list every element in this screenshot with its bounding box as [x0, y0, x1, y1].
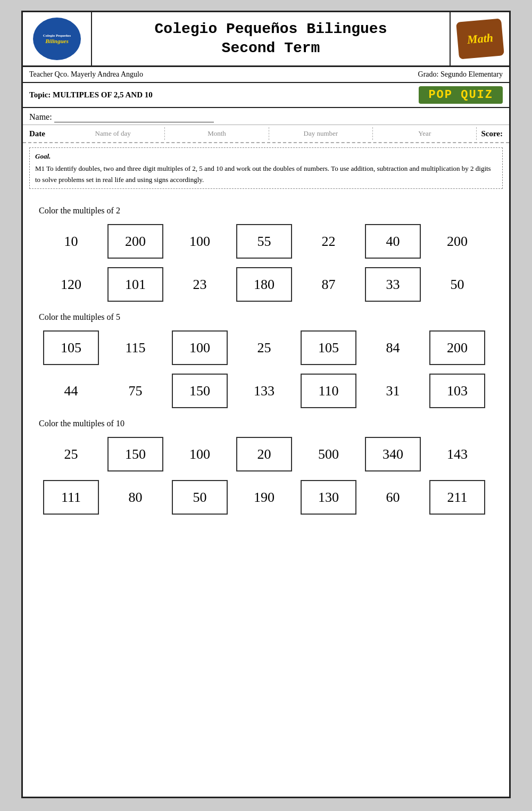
num-340: 340: [365, 437, 421, 471]
name-label: Name:: [29, 112, 52, 121]
num-190: 190: [236, 480, 292, 515]
date-row: Date Name of day Month Day number Year S…: [23, 125, 509, 143]
section-title-5: Color the multiples of 5: [39, 312, 493, 322]
num-120: 120: [43, 267, 99, 302]
date-label: Date: [29, 129, 61, 138]
num-50b: 50: [172, 480, 228, 515]
school-logo: Colegio Pequeños Bilingues: [23, 12, 92, 65]
num-101: 101: [107, 267, 163, 302]
num-105a: 105: [43, 330, 99, 365]
num-23: 23: [172, 267, 228, 302]
num-180: 180: [236, 267, 292, 302]
num-25b: 25: [43, 437, 99, 471]
multiples-2-row-2: 120 101 23 180 87 33 50: [39, 264, 493, 305]
num-100c: 100: [172, 437, 228, 471]
section-multiples-10: Color the multiples of 10 25 150 100 20 …: [39, 419, 493, 518]
num-50a: 50: [429, 267, 485, 302]
content: Color the multiples of 2 10 200 100 55 2…: [23, 193, 509, 525]
num-200c: 200: [429, 330, 485, 365]
num-87: 87: [301, 267, 356, 302]
num-100a: 100: [172, 224, 228, 259]
pop-quiz-badge: POP QUIZ: [419, 86, 503, 104]
num-25a: 25: [236, 330, 292, 365]
logo-top-text: Colegio Pequeños: [43, 34, 71, 38]
num-33: 33: [365, 267, 421, 302]
section-title-10: Color the multiples of 10: [39, 419, 493, 428]
num-40: 40: [365, 224, 421, 259]
num-31: 31: [365, 374, 421, 408]
num-110: 110: [301, 374, 356, 408]
date-field-month[interactable]: Month: [165, 127, 269, 140]
num-105b: 105: [301, 330, 356, 365]
topic-row: Topic: MULTIPLES OF 2,5 AND 10 POP QUIZ: [23, 83, 509, 108]
num-150b: 150: [107, 437, 163, 471]
multiples-5-row-2: 44 75 150 133 110 31 103: [39, 370, 493, 411]
num-133: 133: [236, 374, 292, 408]
num-60: 60: [365, 480, 421, 515]
date-field-day[interactable]: Name of day: [61, 127, 165, 140]
num-22: 22: [301, 224, 356, 259]
score-label: Score:: [477, 129, 503, 138]
num-143: 143: [429, 437, 485, 471]
num-115: 115: [107, 330, 163, 365]
num-20: 20: [236, 437, 292, 471]
date-field-daynumber[interactable]: Day number: [269, 127, 373, 140]
num-75: 75: [107, 374, 163, 408]
num-111: 111: [43, 480, 99, 515]
section-title-2: Color the multiples of 2: [39, 206, 493, 216]
school-title: Colegio Pequeños Bilingues Second Term: [92, 12, 451, 65]
multiples-10-row-2: 111 80 50 190 130 60 211: [39, 477, 493, 518]
math-logo: Math: [451, 12, 509, 65]
num-100b: 100: [172, 330, 228, 365]
num-103: 103: [429, 374, 485, 408]
header: Colegio Pequeños Bilingues Colegio Peque…: [23, 12, 509, 67]
num-44: 44: [43, 374, 99, 408]
num-130: 130: [301, 480, 356, 515]
num-200b: 200: [429, 224, 485, 259]
page: Colegio Pequeños Bilingues Colegio Peque…: [21, 11, 511, 798]
goal-section: Goal. M1 To identify doubles, two and th…: [29, 147, 503, 189]
num-150a: 150: [172, 374, 228, 408]
num-55: 55: [236, 224, 292, 259]
section-multiples-2: Color the multiples of 2 10 200 100 55 2…: [39, 206, 493, 305]
section-multiples-5: Color the multiples of 5 105 115 100 25 …: [39, 312, 493, 411]
num-10: 10: [43, 224, 99, 259]
name-row: Name:: [23, 108, 509, 125]
num-200a: 200: [107, 224, 163, 259]
goal-text: M1 To identify doubles, two and three di…: [35, 163, 497, 186]
num-211: 211: [429, 480, 485, 515]
teacher-row: Teacher Qco. Mayerly Andrea Angulo Grado…: [23, 67, 509, 83]
name-underline: [54, 112, 214, 122]
num-84: 84: [365, 330, 421, 365]
multiples-2-row-1: 10 200 100 55 22 40 200: [39, 221, 493, 262]
school-name: Colegio Pequeños Bilingues Second Term: [155, 20, 387, 59]
multiples-5-row-1: 105 115 100 25 105 84 200: [39, 327, 493, 368]
math-badge: Math: [456, 18, 504, 59]
logo-bilingues-text: Bilingues: [43, 38, 71, 44]
goal-title: Goal.: [35, 151, 497, 162]
num-80: 80: [107, 480, 163, 515]
date-field-year[interactable]: Year: [373, 127, 477, 140]
teacher-label: Teacher Qco. Mayerly Andrea Angulo: [29, 70, 418, 79]
topic-label: Topic: MULTIPLES OF 2,5 AND 10: [29, 90, 419, 100]
num-500: 500: [301, 437, 356, 471]
grado-label: Grado: Segundo Elementary: [418, 70, 503, 79]
multiples-10-row-1: 25 150 100 20 500 340 143: [39, 434, 493, 475]
